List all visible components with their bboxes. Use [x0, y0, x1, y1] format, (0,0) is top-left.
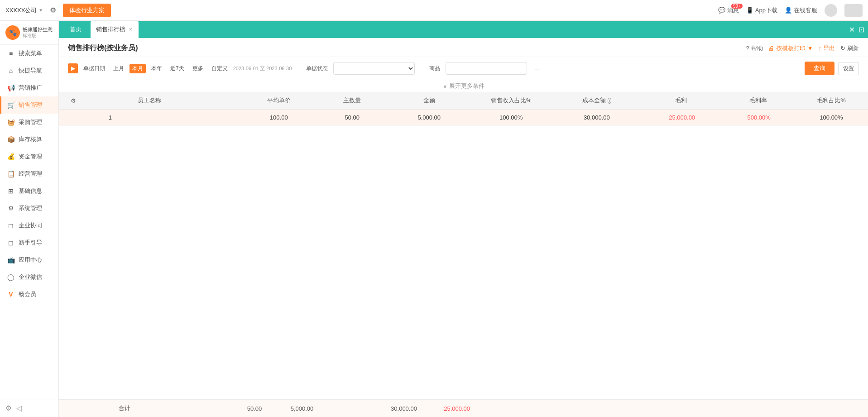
- filter-toggle-btn[interactable]: ▶: [68, 63, 78, 73]
- col-avg-header: 平均单价: [242, 92, 316, 110]
- sidebar-settings-btn[interactable]: ⚙: [5, 404, 12, 412]
- trial-button[interactable]: 体验行业方案: [63, 4, 111, 17]
- avatar[interactable]: [825, 4, 837, 17]
- sidebar-item-label: 应用中心: [19, 256, 42, 264]
- tab-sales-ranking[interactable]: 销售排行榜 ×: [91, 21, 139, 38]
- sidebar-logo: 🐾 畅康通好生意 标准版: [0, 21, 58, 45]
- message-badge: 99+: [731, 4, 743, 9]
- settings-icon[interactable]: ⚙: [47, 4, 59, 17]
- date-this-month-btn[interactable]: 本月: [129, 64, 146, 73]
- sidebar-item-sales[interactable]: 🛒 销售管理: [0, 96, 58, 114]
- page-content: 销售排行榜(按业务员) ? 帮助 🖨 按模板打印 ▼ ↑ 导出: [59, 38, 868, 417]
- date-this-year-btn[interactable]: 本年: [149, 64, 165, 73]
- home-icon: ⌂: [7, 67, 15, 74]
- company-selector[interactable]: XXXXX公司 ▼: [5, 6, 43, 14]
- service-icon: 👤: [785, 7, 792, 14]
- sidebar-item-newbie[interactable]: ◻ 新手引导: [0, 234, 58, 251]
- sidebar-item-label: 快捷导航: [19, 67, 42, 75]
- date-more-btn[interactable]: 更多: [190, 64, 206, 73]
- online-service-label: 在线客服: [794, 6, 817, 14]
- sidebar: 🐾 畅康通好生意 标准版 ≡ 搜索菜单 ⌂ 快捷导航 📢 营销推广 🛒 销售管理…: [0, 21, 59, 417]
- sidebar-item-finance[interactable]: 💰 资金管理: [0, 148, 58, 165]
- table-row: 1 100.00 50.00 5,000.00 100.00% 30,000.0…: [59, 110, 868, 126]
- app-center-icon: 📺: [7, 256, 15, 264]
- sidebar-item-label: 经营管理: [19, 170, 42, 178]
- sidebar-item-purchase[interactable]: 🧺 采购管理: [0, 114, 58, 131]
- sidebar-item-enterprise-collab[interactable]: ◻ 企业协同: [0, 217, 58, 234]
- tab-bar: 首页 销售排行榜 × ✕ ⊡: [59, 21, 868, 38]
- sidebar-item-app-center[interactable]: 📺 应用中心: [0, 251, 58, 268]
- sidebar-item-label: 畅会员: [19, 290, 36, 298]
- sidebar-item-label: 销售管理: [19, 101, 42, 109]
- tab-home[interactable]: 首页: [62, 21, 89, 38]
- page-header: 销售排行榜(按业务员) ? 帮助 🖨 按模板打印 ▼ ↑ 导出: [59, 38, 868, 57]
- export-btn[interactable]: ↑ 导出: [819, 44, 835, 53]
- sidebar-item-label: 系统管理: [19, 204, 42, 212]
- tab-restore-btn[interactable]: ⊡: [858, 25, 864, 34]
- tab-close-btn[interactable]: ×: [128, 26, 133, 33]
- help-btn[interactable]: ? 帮助: [746, 44, 762, 53]
- footer-gross: -25,000.00: [431, 405, 481, 412]
- goods-input[interactable]: [446, 62, 527, 75]
- sidebar-item-operation[interactable]: 📋 经营管理: [0, 165, 58, 182]
- sidebar-item-marketing[interactable]: 📢 营销推广: [0, 79, 58, 96]
- sidebar-item-inventory[interactable]: 📦 库存核算: [0, 131, 58, 148]
- date-prev-month-btn[interactable]: 上月: [110, 64, 127, 73]
- refresh-btn[interactable]: ↻ 刷新: [840, 44, 859, 53]
- col-gear: ⚙: [59, 92, 88, 110]
- col-qty-header: 主数量: [316, 92, 389, 110]
- col-gross-header: 毛利: [641, 92, 721, 110]
- refresh-icon: ↻: [840, 45, 845, 52]
- sales-ranking-table: ⚙ 员工名称 平均单价 主数量 全额 销售收入占比% 成本全额 i 毛利 毛利率…: [59, 92, 868, 126]
- app-icon: 📱: [746, 7, 753, 14]
- logo-sub: 标准版: [23, 33, 53, 39]
- sidebar-item-label: 资金管理: [19, 153, 42, 161]
- sidebar-item-wechat[interactable]: ◯ 企业微信: [0, 268, 58, 286]
- col-rank-header: [88, 92, 132, 110]
- online-service-btn[interactable]: 👤 在线客服: [785, 6, 817, 14]
- date-custom-btn[interactable]: 自定义: [209, 64, 230, 73]
- user-name-area: [844, 4, 863, 17]
- page-title: 销售排行榜(按业务员): [68, 43, 138, 53]
- sidebar-item-basic-info[interactable]: ⊞ 基础信息: [0, 182, 58, 200]
- expand-more-btn[interactable]: ∨ 展开更多条件: [443, 82, 484, 90]
- status-select[interactable]: [333, 62, 415, 75]
- sidebar-collapse-btn[interactable]: ◁: [16, 404, 22, 412]
- purchase-icon: 🧺: [7, 119, 15, 126]
- help-icon: ?: [746, 45, 749, 52]
- content-area: 首页 销售排行榜 × ✕ ⊡ 销售排行榜(按业务员) ? 帮助: [59, 21, 868, 417]
- cost-info-icon[interactable]: i: [608, 98, 611, 104]
- finance-icon: 💰: [7, 153, 15, 160]
- sidebar-item-member[interactable]: V 畅会员: [0, 286, 58, 303]
- sales-icon: 🛒: [7, 101, 15, 109]
- wechat-icon: ◯: [7, 273, 15, 281]
- sidebar-item-search-order[interactable]: ≡ 搜索菜单: [0, 45, 58, 62]
- sidebar-item-label: 库存核算: [19, 135, 42, 144]
- sidebar-item-system[interactable]: ⚙ 系统管理: [0, 200, 58, 217]
- app-download-btn[interactable]: 📱 App下载: [746, 6, 777, 14]
- chevron-down-icon: ▼: [38, 8, 43, 13]
- cell-rank: 1: [88, 110, 132, 126]
- cell-gross: -25,000.00: [641, 110, 721, 126]
- sidebar-item-label: 新手引导: [19, 239, 42, 247]
- template-print-btn[interactable]: 🖨 按模板打印 ▼: [768, 44, 813, 53]
- cell-cost: 30,000.00: [553, 110, 641, 126]
- sidebar-item-label: 企业协同: [19, 221, 42, 230]
- tab-close-window-btn[interactable]: ✕: [849, 25, 855, 34]
- table-container: ⚙ 员工名称 平均单价 主数量 全额 销售收入占比% 成本全额 i 毛利 毛利率…: [59, 92, 868, 399]
- message-btn[interactable]: 💬 消息 99+: [718, 6, 739, 14]
- date-range-display: 2023-06-01 至 2023-06-30: [233, 65, 292, 72]
- date-filter-label: 单据日期: [83, 65, 105, 72]
- footer-qty: 50.00: [232, 405, 277, 412]
- top-right-area: 💬 消息 99+ 📱 App下载 👤 在线客服: [718, 4, 863, 17]
- tab-bar-right: ✕ ⊡: [849, 25, 864, 34]
- cell-gear: [59, 110, 88, 126]
- column-settings-btn[interactable]: 设置: [838, 62, 859, 75]
- more-filter-btn[interactable]: ...: [534, 65, 539, 72]
- sidebar-item-quick-nav[interactable]: ⌂ 快捷导航: [0, 62, 58, 79]
- query-btn[interactable]: 查询: [805, 62, 834, 75]
- date-7days-btn[interactable]: 近7天: [168, 64, 187, 73]
- cell-sales-pct: 100.00%: [470, 110, 553, 126]
- sidebar-item-label: 采购管理: [19, 118, 42, 126]
- footer-amount: 5,000.00: [277, 405, 327, 412]
